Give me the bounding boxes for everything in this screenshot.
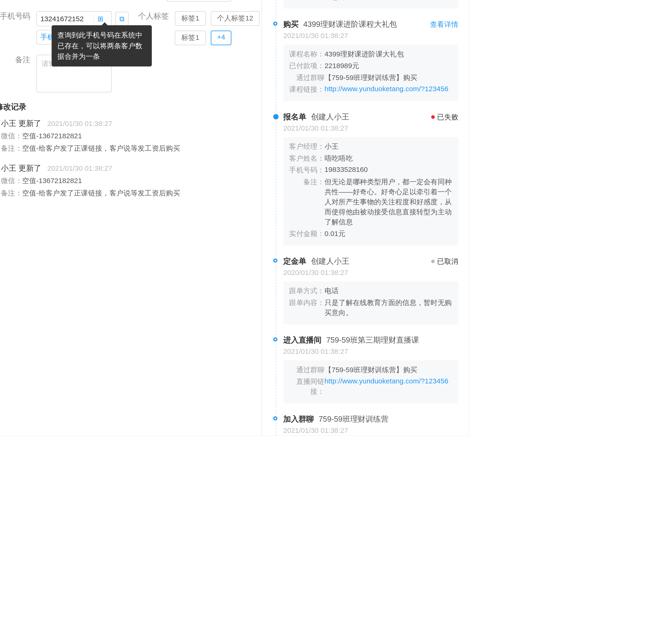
tl-card: 客户经理：小王客户姓名：唔吃唔吃手机号码：19833528160备注：但无论是哪… [283, 137, 458, 246]
history-title: 小王 更新了2021/01/30 01:38:27 [1, 118, 251, 129]
history-item: 小王 更新了2021/01/30 01:38:27微信：空值-136721828… [0, 163, 251, 198]
tl-title: 加入群聊 [283, 414, 314, 424]
tl-date: 2021/01/30 01:38:27 [283, 426, 458, 434]
remark-label: 备注 [0, 55, 30, 65]
tl-status: 已取消 [431, 256, 458, 267]
tl-date: 2021/01/30 01:38:27 [283, 124, 458, 132]
history-date: 2021/01/30 01:38:27 [47, 164, 112, 172]
history-note: 备注：空值-给客户发了正课链接，客户说等发工资后购买 [1, 144, 251, 154]
tl-date: 2020/01/30 01:38:27 [283, 269, 458, 277]
timeline-item: 进入直播间759-59班第三期理财直播课2021/01/30 01:38:27通… [273, 335, 458, 403]
phone-input-wrap: ⊞ [37, 11, 112, 27]
history-item: 小王 更新了2021/01/30 01:38:27微信：空值-136721828… [0, 118, 251, 154]
timeline-dot [273, 114, 279, 120]
tl-sub: 创建人小王 [311, 112, 349, 122]
timeline-dot [273, 338, 278, 342]
history-note: 备注：空值-给客户发了正课链接，客户说等发工资后购买 [1, 189, 251, 198]
history-title: 小王 更新了2021/01/30 01:38:27 [1, 163, 251, 174]
tl-detail-link[interactable]: 查看详情 [430, 20, 458, 30]
personal-tags-label: 个人标签 [129, 11, 169, 22]
timeline-item: 定金单创建人小王已完成2020/01/30 01:38:27跟单方式：电话跟单内… [273, 0, 458, 9]
timeline-item: 购买4399理财课进阶课程大礼包查看详情2021/01/30 01:38:27课… [273, 19, 458, 101]
personal-tag[interactable]: 个人标签12 [211, 11, 260, 26]
phone-tooltip: 查询到此手机号码在系统中已存在，可以将两条客户数据合并为一条 [52, 25, 152, 67]
tl-card: 课程名称：4399理财课进阶课大礼包已付款项：2218989元通过群聊【759-… [283, 45, 458, 101]
ptags-more[interactable]: +4 [211, 30, 232, 45]
history-wx: 微信：空值-13672182821 [1, 176, 251, 186]
tl-status: 已失败 [431, 112, 458, 122]
timeline-dot [273, 22, 278, 26]
tl-date: 2021/01/30 01:38:27 [283, 348, 458, 356]
timeline-dot [273, 416, 278, 421]
tl-sub: 759-59班理财训练营 [319, 414, 388, 424]
timeline-item: 定金单创建人小王已取消2020/01/30 01:38:27跟单方式：电话跟单内… [273, 256, 458, 324]
timeline-dot [273, 258, 278, 262]
phone-label: 手机号码 [0, 11, 30, 22]
tl-sub: 759-59班第三期理财直播课 [327, 335, 419, 346]
timeline-item: 报名单创建人小王已失败2021/01/30 01:38:27客户经理：小王客户姓… [273, 112, 458, 245]
phone-lookup-icon[interactable]: ⊞ [94, 15, 107, 23]
customer-drawer: 📇 微信名称6789990000966 代下单 交定金 昵称：小王 | 客户经理… [0, 0, 469, 436]
history-wx: 微信：空值-13672182821 [1, 131, 251, 141]
timeline-item: 加入群聊759-59班理财训练营2021/01/30 01:38:27入群方式：… [273, 414, 458, 435]
tl-sub: 创建人小王 [311, 256, 349, 267]
tl-title: 定金单 [283, 256, 306, 267]
tl-card: 跟单方式：电话跟单内容：只是了解在线教育方面的信息，暂时无购买意向。 [283, 281, 458, 324]
tl-date: 2021/01/30 01:38:27 [283, 32, 458, 40]
history-date: 2021/01/30 01:38:27 [47, 119, 112, 128]
phone-input[interactable] [37, 12, 93, 26]
personal-tag[interactable]: 标签1 [175, 11, 206, 26]
phone-copy-icon[interactable]: ⧉ [115, 12, 129, 26]
tl-title: 报名单 [283, 112, 306, 122]
section-history: 修改记录 [0, 102, 251, 112]
tl-card: 通过群聊【759-59班理财训练营】购买直播间链接：http://www.yun… [283, 360, 458, 403]
tl-title: 进入直播间 [283, 335, 321, 346]
tl-sub: 4399理财课进阶课程大礼包 [303, 19, 397, 30]
tl-card: 跟单方式：电话跟单内容：只是了解在线教育方面的信息，暂时无购买意向。 [283, 0, 458, 9]
tl-title: 购买 [283, 19, 299, 30]
wechat-input[interactable]: 请输入 [167, 0, 232, 2]
personal-tag[interactable]: 标签1 [175, 30, 206, 45]
